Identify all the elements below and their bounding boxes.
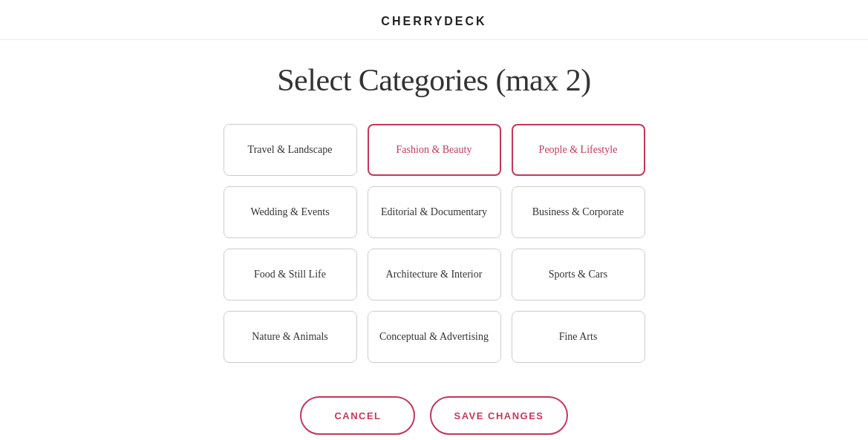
logo: CHERRYDECK	[381, 15, 486, 28]
actions-bar: CANCEL SAVE CHANGES	[300, 396, 567, 435]
category-btn-editorial-documentary[interactable]: Editorial & Documentary	[368, 186, 501, 238]
category-btn-sports-cars[interactable]: Sports & Cars	[512, 249, 645, 301]
page-title: Select Categories (max 2)	[277, 62, 591, 98]
category-btn-conceptual-advertising[interactable]: Conceptual & Advertising	[368, 311, 501, 363]
category-btn-people-lifestyle[interactable]: People & Lifestyle	[512, 124, 645, 176]
save-changes-button[interactable]: SAVE CHANGES	[430, 396, 567, 435]
category-btn-travel-landscape[interactable]: Travel & Landscape	[223, 124, 357, 176]
category-btn-fashion-beauty[interactable]: Fashion & Beauty	[368, 124, 501, 176]
header: CHERRYDECK	[0, 0, 868, 40]
category-btn-food-still-life[interactable]: Food & Still Life	[223, 249, 357, 301]
categories-grid: Travel & LandscapeFashion & BeautyPeople…	[223, 124, 645, 363]
category-btn-business-corporate[interactable]: Business & Corporate	[512, 186, 645, 238]
main-content: Select Categories (max 2) Travel & Lands…	[0, 40, 868, 440]
category-btn-fine-arts[interactable]: Fine Arts	[512, 311, 645, 363]
category-btn-architecture-interior[interactable]: Architecture & Interior	[368, 249, 501, 301]
category-btn-nature-animals[interactable]: Nature & Animals	[223, 311, 357, 363]
category-btn-wedding-events[interactable]: Wedding & Events	[223, 186, 357, 238]
cancel-button[interactable]: CANCEL	[300, 396, 415, 435]
